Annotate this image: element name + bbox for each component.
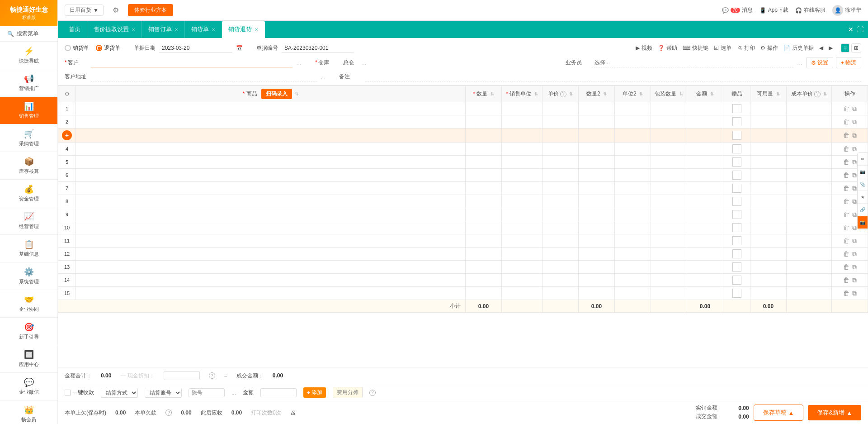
account-method-select[interactable]: 结算方式	[101, 388, 138, 398]
row-1-gift-check[interactable]	[732, 104, 741, 113]
radio-sale-item[interactable]: 销货单	[65, 44, 89, 52]
customer-more-icon[interactable]: ...	[296, 59, 302, 67]
row-14-product[interactable]	[76, 274, 466, 287]
row-14-costprice[interactable]	[787, 274, 832, 287]
row-1-costprice[interactable]	[787, 102, 832, 115]
row-7-packqty[interactable]	[651, 182, 687, 195]
row-8-amount[interactable]	[687, 195, 723, 208]
date-input[interactable]	[159, 44, 232, 52]
right-btn-camera[interactable]: 📸	[858, 216, 868, 229]
select-btn[interactable]: ☑ 选单	[714, 44, 731, 52]
row-4-unit2[interactable]	[615, 143, 651, 156]
salesman-input[interactable]	[592, 58, 793, 67]
row-10-amount[interactable]	[687, 221, 723, 234]
row-13-price[interactable]	[542, 261, 579, 274]
discount-input[interactable]	[164, 371, 200, 380]
amount-input[interactable]	[260, 388, 297, 397]
row-8-unit[interactable]	[502, 195, 542, 208]
list-view-icon[interactable]: ≡	[841, 43, 849, 52]
row-12-gift-check[interactable]	[732, 249, 741, 258]
settings-form-btn[interactable]: ⚙ 设置	[806, 57, 833, 68]
row-15-qty[interactable]	[466, 287, 502, 300]
row-15-packqty[interactable]	[651, 287, 687, 300]
row-2-gift-check[interactable]	[732, 117, 741, 126]
row-4-copy-btn[interactable]: ⧉	[852, 145, 857, 153]
row-9-copy-btn[interactable]: ⧉	[852, 211, 857, 219]
row-10-costprice[interactable]	[787, 221, 832, 234]
row-7-delete-btn[interactable]: 🗑	[843, 185, 849, 192]
row-13-qty2[interactable]	[579, 261, 615, 274]
row-5-available[interactable]	[750, 156, 787, 169]
row-8-gift-check[interactable]	[732, 197, 741, 206]
row-11-copy-btn[interactable]: ⧉	[852, 237, 857, 245]
row-14-delete-btn[interactable]: 🗑	[843, 276, 849, 284]
row-7-qty[interactable]	[466, 182, 502, 195]
one-key-collect-checkbox[interactable]: 一键收款	[65, 389, 94, 396]
row-15-delete-btn[interactable]: 🗑	[843, 290, 849, 297]
row-4-packqty[interactable]	[651, 143, 687, 156]
shortcuts-btn[interactable]: ⌨ 快捷键	[683, 44, 708, 52]
row-4-gift[interactable]	[723, 143, 750, 156]
row-3-gift-check[interactable]	[732, 131, 741, 140]
expand-icon[interactable]: ⛶	[857, 26, 863, 33]
sidebar-item-operations[interactable]: 📈 经营管理	[0, 207, 57, 235]
row-2-qty[interactable]	[466, 115, 502, 129]
costprice-sort-icon[interactable]: ⇅	[823, 91, 827, 96]
row-11-amount[interactable]	[687, 234, 723, 248]
row-11-price[interactable]	[542, 234, 579, 248]
save-draft-btn[interactable]: 保存草稿 ▲	[754, 405, 804, 421]
sidebar-item-wechat[interactable]: 💬 企业微信	[0, 373, 57, 400]
row-7-costprice[interactable]	[787, 182, 832, 195]
sidebar-search[interactable]: 🔍 搜索菜单	[0, 26, 57, 42]
row-15-gift[interactable]	[723, 287, 750, 300]
row-5-gift[interactable]	[723, 156, 750, 169]
row-3-qty[interactable]	[466, 129, 502, 143]
row-14-qty2[interactable]	[579, 274, 615, 287]
row-9-available[interactable]	[750, 208, 787, 221]
row-5-qty[interactable]	[466, 156, 502, 169]
row-5-price[interactable]	[542, 156, 579, 169]
save-new-btn[interactable]: 保存&新增 ▲	[808, 405, 861, 420]
row-13-costprice[interactable]	[787, 261, 832, 274]
row-11-costprice[interactable]	[787, 234, 832, 248]
row-1-delete-btn[interactable]: 🗑	[843, 105, 849, 113]
row-8-copy-btn[interactable]: ⧉	[852, 198, 857, 205]
salesman-more-icon[interactable]: ...	[797, 59, 802, 67]
row-1-packqty[interactable]	[651, 102, 687, 115]
row-1-gift[interactable]	[723, 102, 750, 115]
row-6-packqty[interactable]	[651, 169, 687, 182]
tab-sale-out[interactable]: 销货单 ✕	[185, 21, 222, 38]
row-12-copy-btn[interactable]: ⧉	[852, 250, 857, 258]
row-6-qty[interactable]	[466, 169, 502, 182]
row-3-gift[interactable]	[723, 129, 750, 143]
table-settings-icon[interactable]: ⚙	[65, 91, 70, 97]
row-2-gift[interactable]	[723, 115, 750, 129]
row-14-copy-btn[interactable]: ⧉	[852, 276, 857, 284]
row-9-delete-btn[interactable]: 🗑	[843, 211, 849, 219]
right-btn-link[interactable]: 🔗	[858, 204, 868, 216]
row-5-amount[interactable]	[687, 156, 723, 169]
row-6-delete-btn[interactable]: 🗑	[843, 172, 849, 179]
warehouse-more-icon[interactable]: ...	[361, 59, 367, 67]
row-2-copy-btn[interactable]: ⧉	[852, 118, 857, 126]
row-9-qty2[interactable]	[579, 208, 615, 221]
row-15-amount[interactable]	[687, 287, 723, 300]
row-12-unit[interactable]	[502, 248, 542, 261]
tab-sale-out-close[interactable]: ✕	[212, 27, 215, 32]
row-9-unit2[interactable]	[615, 208, 651, 221]
grid-view-icon[interactable]: ⊞	[851, 43, 861, 52]
row-2-price[interactable]	[542, 115, 579, 129]
row-2-qty2[interactable]	[579, 115, 615, 129]
row-8-costprice[interactable]	[787, 195, 832, 208]
sidebar-item-appcenter[interactable]: 🔲 应用中心	[0, 345, 57, 373]
price-help-icon[interactable]: ?	[560, 91, 566, 97]
row-9-packqty[interactable]	[651, 208, 687, 221]
row-12-amount[interactable]	[687, 248, 723, 261]
row-3-price[interactable]	[542, 129, 579, 143]
row-1-qty2[interactable]	[579, 102, 615, 115]
row-4-qty2[interactable]	[579, 143, 615, 156]
row-9-price[interactable]	[542, 208, 579, 221]
row-9-gift-check[interactable]	[732, 210, 741, 219]
price-sort-icon[interactable]: ⇅	[569, 91, 573, 96]
row-6-costprice[interactable]	[787, 169, 832, 182]
